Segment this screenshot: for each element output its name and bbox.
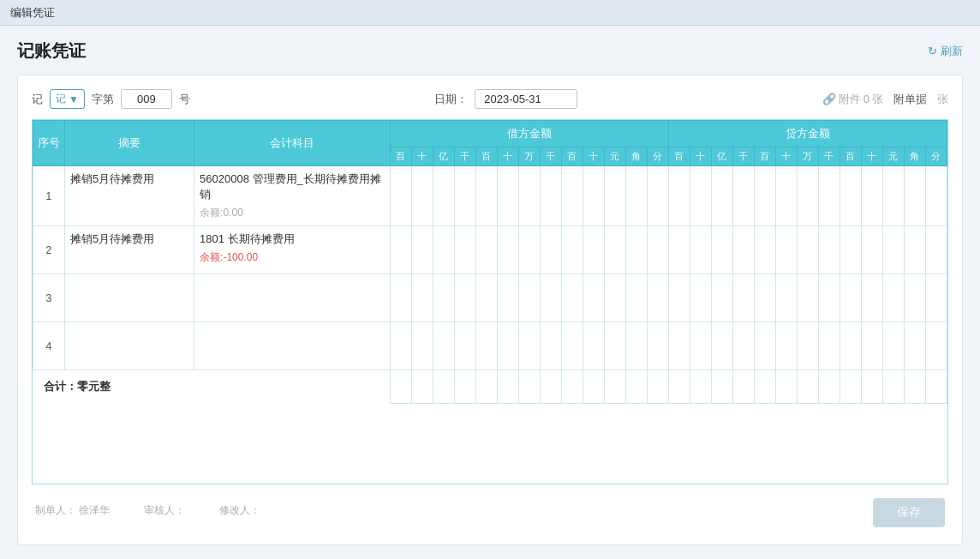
credit-cell[interactable] [754,166,775,226]
credit-cell[interactable] [818,322,840,370]
credit-cell[interactable] [840,226,861,274]
credit-cell[interactable] [775,322,797,370]
debit-cell[interactable] [647,322,668,370]
debit-cell[interactable] [518,226,540,274]
debit-cell[interactable] [561,274,583,322]
credit-cell[interactable] [797,166,818,226]
credit-cell[interactable] [711,322,732,370]
debit-cell[interactable] [454,322,475,370]
debit-cell[interactable] [497,274,518,322]
credit-cell[interactable] [882,166,904,226]
credit-cell[interactable] [732,322,754,370]
debit-cell[interactable] [540,226,561,274]
credit-cell[interactable] [754,274,775,322]
debit-cell[interactable] [583,274,604,322]
credit-cell[interactable] [732,274,754,322]
debit-cell[interactable] [518,274,540,322]
row-summary[interactable]: 摊销5月待摊费用 [64,226,194,274]
credit-cell[interactable] [861,166,882,226]
credit-cell[interactable] [882,274,904,322]
credit-cell[interactable] [861,274,882,322]
debit-cell[interactable] [433,322,454,370]
credit-cell[interactable] [754,226,775,274]
save-button[interactable]: 保存 [873,498,945,527]
attach-dan-button[interactable]: 附单据 [893,92,927,107]
credit-cell[interactable] [690,166,711,226]
debit-cell[interactable] [411,226,433,274]
debit-cell[interactable] [625,166,647,226]
debit-cell[interactable] [625,322,647,370]
debit-cell[interactable] [604,226,625,274]
table-row[interactable]: 2摊销5月待摊费用1801 长期待摊费用余额:-100.00 [33,226,947,274]
debit-cell[interactable] [390,274,411,322]
date-input[interactable] [475,89,577,109]
type-dropdown[interactable]: 记 ▼ [50,89,85,109]
debit-cell[interactable] [411,322,433,370]
row-summary[interactable] [64,274,194,322]
row-subject[interactable]: 1801 长期待摊费用余额:-100.00 [194,226,391,274]
credit-cell[interactable] [925,226,947,274]
credit-cell[interactable] [775,274,797,322]
credit-cell[interactable] [732,166,754,226]
credit-cell[interactable] [711,226,732,274]
credit-cell[interactable] [797,274,818,322]
debit-cell[interactable] [390,322,411,370]
credit-cell[interactable] [668,226,690,274]
debit-cell[interactable] [583,226,604,274]
debit-cell[interactable] [475,166,497,226]
debit-cell[interactable] [561,226,583,274]
table-row[interactable]: 3 [33,274,947,322]
credit-cell[interactable] [840,274,861,322]
credit-cell[interactable] [818,274,840,322]
credit-cell[interactable] [904,166,925,226]
credit-cell[interactable] [668,322,690,370]
credit-cell[interactable] [818,226,840,274]
debit-cell[interactable] [497,166,518,226]
credit-cell[interactable] [690,274,711,322]
credit-cell[interactable] [904,322,925,370]
debit-cell[interactable] [475,226,497,274]
credit-cell[interactable] [861,322,882,370]
credit-cell[interactable] [840,322,861,370]
debit-cell[interactable] [454,166,475,226]
credit-cell[interactable] [690,226,711,274]
debit-cell[interactable] [604,274,625,322]
debit-cell[interactable] [583,166,604,226]
debit-cell[interactable] [625,226,647,274]
credit-cell[interactable] [840,166,861,226]
debit-cell[interactable] [647,274,668,322]
debit-cell[interactable] [497,322,518,370]
credit-cell[interactable] [861,226,882,274]
debit-cell[interactable] [475,274,497,322]
debit-cell[interactable] [475,322,497,370]
row-subject[interactable] [194,274,391,322]
debit-cell[interactable] [561,322,583,370]
debit-cell[interactable] [604,166,625,226]
credit-cell[interactable] [882,322,904,370]
credit-cell[interactable] [711,166,732,226]
credit-cell[interactable] [818,166,840,226]
debit-cell[interactable] [454,274,475,322]
debit-cell[interactable] [454,226,475,274]
debit-cell[interactable] [540,166,561,226]
credit-cell[interactable] [711,274,732,322]
debit-cell[interactable] [390,226,411,274]
debit-cell[interactable] [433,166,454,226]
debit-cell[interactable] [390,166,411,226]
credit-cell[interactable] [925,166,947,226]
credit-cell[interactable] [775,226,797,274]
debit-cell[interactable] [540,322,561,370]
refresh-button[interactable]: ↻ 刷新 [928,44,963,59]
debit-cell[interactable] [647,226,668,274]
debit-cell[interactable] [411,274,433,322]
credit-cell[interactable] [797,322,818,370]
row-summary[interactable] [64,322,194,370]
debit-cell[interactable] [433,274,454,322]
credit-cell[interactable] [732,226,754,274]
table-row[interactable]: 4 [33,322,947,370]
debit-cell[interactable] [518,166,540,226]
row-summary[interactable]: 摊销5月待摊费用 [64,166,194,226]
credit-cell[interactable] [925,322,947,370]
debit-cell[interactable] [540,274,561,322]
credit-cell[interactable] [882,226,904,274]
